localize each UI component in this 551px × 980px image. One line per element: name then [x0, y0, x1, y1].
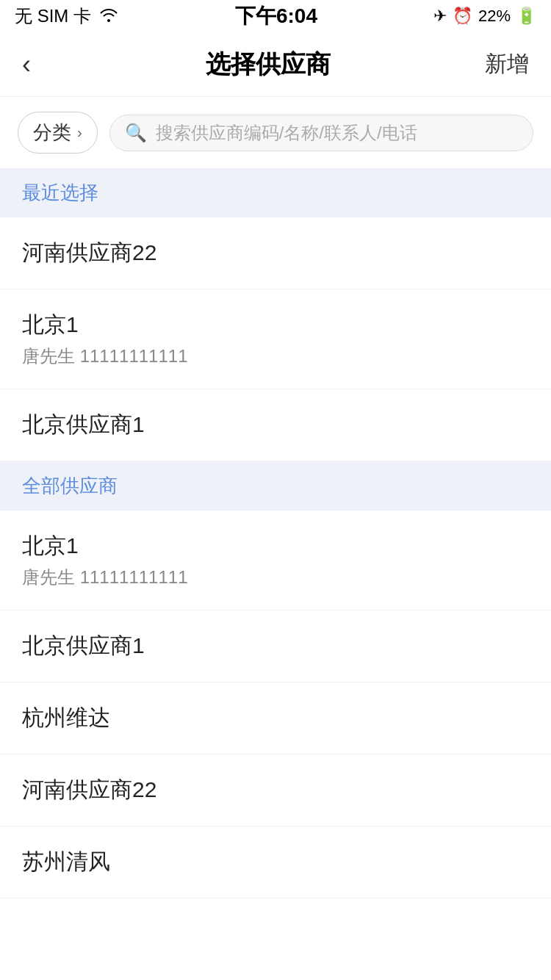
search-icon: 🔍	[125, 123, 147, 143]
list-item[interactable]: 北京供应商1	[0, 610, 551, 682]
search-input[interactable]	[156, 123, 518, 143]
battery-percent: 22%	[478, 7, 511, 26]
list-item[interactable]: 杭州维达	[0, 682, 551, 754]
nav-bar: ‹ 选择供应商 新增	[0, 32, 551, 97]
search-bar: 🔍	[109, 115, 533, 151]
status-right: ✈ ⏰ 22% 🔋	[433, 7, 536, 26]
all-section-header: 全部供应商	[0, 461, 551, 511]
battery-icon: 🔋	[516, 7, 536, 26]
back-button[interactable]: ‹	[22, 49, 66, 80]
category-label: 分类	[33, 120, 71, 145]
list-item[interactable]: 苏州清风	[0, 826, 551, 898]
list-item[interactable]: 河南供应商22	[0, 217, 551, 289]
new-button[interactable]: 新增	[470, 49, 529, 79]
item-sub: 唐先生 11111111111	[22, 566, 529, 589]
status-bar: 无 SIM 卡 下午6:04 ✈ ⏰ 22% 🔋	[0, 0, 551, 32]
list-item[interactable]: 北京1 唐先生 11111111111	[0, 511, 551, 610]
item-name: 北京供应商1	[22, 631, 529, 661]
item-name: 北京供应商1	[22, 410, 529, 440]
alarm-icon: ⏰	[453, 7, 472, 26]
category-filter[interactable]: 分类 ›	[18, 112, 98, 154]
location-icon: ✈	[433, 7, 447, 26]
item-name: 河南供应商22	[22, 238, 529, 268]
item-name: 北京1	[22, 531, 529, 561]
status-time: 下午6:04	[235, 2, 317, 30]
list-item[interactable]: 河南供应商22	[0, 754, 551, 826]
item-name: 杭州维达	[22, 703, 529, 733]
list-item[interactable]: 北京供应商1	[0, 389, 551, 461]
wifi-icon	[98, 6, 119, 26]
item-name: 河南供应商22	[22, 775, 529, 805]
all-list: 北京1 唐先生 11111111111 北京供应商1 杭州维达 河南供应商22 …	[0, 511, 551, 898]
status-carrier: 无 SIM 卡	[15, 4, 119, 28]
recent-list: 河南供应商22 北京1 唐先生 11111111111 北京供应商1	[0, 217, 551, 461]
chevron-right-icon: ›	[77, 124, 82, 141]
item-name: 苏州清风	[22, 847, 529, 877]
filter-bar: 分类 › 🔍	[0, 97, 551, 168]
page-title: 选择供应商	[206, 48, 331, 82]
recent-section-header: 最近选择	[0, 168, 551, 217]
item-name: 北京1	[22, 310, 529, 340]
list-item[interactable]: 北京1 唐先生 11111111111	[0, 289, 551, 389]
item-sub: 唐先生 11111111111	[22, 345, 529, 368]
